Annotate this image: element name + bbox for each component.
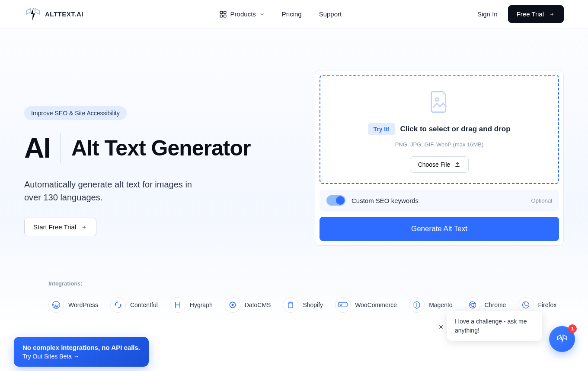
integration-label: Chrome	[485, 301, 506, 308]
datocms-icon	[228, 301, 237, 309]
close-icon	[438, 324, 444, 330]
chrome-icon	[468, 301, 477, 309]
promo-link: Try Out Sites Beta →	[22, 353, 140, 360]
integration-chrome[interactable]: Chrome	[465, 297, 506, 313]
integration-label: Shopify	[303, 301, 323, 308]
hygraph-icon	[173, 301, 182, 309]
contentful-icon	[114, 301, 122, 309]
arrow-right-icon	[80, 225, 87, 230]
chat-message: I love a challenge - ask me anything!	[447, 311, 542, 341]
svg-rect-10	[339, 302, 348, 307]
nav-support[interactable]: Support	[319, 10, 342, 18]
arrow-right-icon	[548, 12, 555, 17]
svg-rect-3	[224, 15, 226, 17]
title-divider	[61, 133, 61, 163]
header: ALTTEXT.AI Products Pricing Support Sign…	[0, 0, 588, 29]
chat-fab[interactable]: 1	[549, 326, 575, 352]
hero-ai: AI	[24, 132, 50, 164]
dropzone[interactable]: Try It! Click to select or drag and drop…	[320, 75, 559, 184]
svg-point-13	[523, 302, 529, 308]
nav-support-label: Support	[319, 10, 342, 18]
svg-rect-1	[224, 11, 226, 13]
integration-label: WordPress	[68, 301, 98, 308]
integration-label: DatoCMS	[245, 301, 271, 308]
upload-card: Try It! Click to select or drag and drop…	[315, 70, 564, 246]
integration-contentful[interactable]: Contentful	[110, 297, 158, 313]
shopify-icon	[286, 301, 295, 309]
logo-text: ALTTEXT.AI	[45, 10, 83, 18]
choose-file-label: Choose File	[418, 161, 451, 168]
integrations-row: WordPress Contentful Hygraph DatoCMS Sho…	[48, 297, 540, 313]
seo-label: Custom SEO keywords	[352, 197, 419, 204]
integration-label: WooCommerce	[355, 301, 397, 308]
image-file-icon	[430, 89, 449, 113]
chevron-down-icon	[259, 12, 265, 17]
integration-datocms[interactable]: DatoCMS	[225, 297, 271, 313]
integration-firefox[interactable]: Firefox	[518, 297, 556, 313]
hero-title-row: AI Alt Text Generator	[24, 132, 294, 164]
free-trial-button[interactable]: Free Trial	[508, 5, 564, 23]
start-free-trial-label: Start Free Trial	[33, 223, 76, 231]
integration-label: Magento	[429, 301, 452, 308]
integration-magento[interactable]: Magento	[409, 297, 452, 313]
woocommerce-icon	[338, 302, 348, 308]
chat-close-button[interactable]	[437, 323, 445, 331]
nav-pricing[interactable]: Pricing	[282, 10, 302, 18]
hero-title: Alt Text Generator	[71, 136, 251, 161]
chat-badge: 1	[568, 324, 577, 333]
free-trial-label: Free Trial	[517, 10, 544, 18]
promo-banner[interactable]: No complex integrations, no API calls. T…	[14, 337, 149, 367]
integration-label: Hygraph	[190, 301, 213, 308]
integration-label: Firefox	[538, 301, 556, 308]
hero: Improve SEO & Site Accessibility AI Alt …	[0, 29, 588, 331]
svg-point-11	[469, 302, 476, 308]
integration-woocommerce[interactable]: WooCommerce	[335, 297, 397, 313]
logo[interactable]: ALTTEXT.AI	[24, 6, 83, 23]
dropzone-hint: PNG, JPG, GIF, WebP (max 16MB)	[329, 141, 550, 148]
grid-icon	[219, 10, 227, 18]
svg-point-7	[120, 304, 121, 305]
generate-button[interactable]: Generate Alt Text	[320, 217, 559, 241]
dropzone-text: Click to select or drag and drop	[400, 125, 511, 133]
try-it-pill: Try It!	[368, 123, 395, 135]
integration-hygraph[interactable]: Hygraph	[170, 297, 213, 313]
svg-point-6	[115, 304, 116, 305]
nav-pricing-label: Pricing	[282, 10, 302, 18]
promo-title: No complex integrations, no API calls.	[22, 344, 140, 351]
svg-point-4	[435, 98, 438, 101]
hero-subtitle: Automatically generate alt text for imag…	[24, 178, 197, 204]
hero-left: Improve SEO & Site Accessibility AI Alt …	[24, 72, 294, 236]
wordpress-icon	[52, 301, 61, 309]
signin-link[interactable]: Sign In	[477, 10, 498, 18]
bolt-icon	[555, 332, 569, 346]
choose-file-button[interactable]: Choose File	[410, 156, 469, 173]
integration-wordpress[interactable]: WordPress	[48, 297, 98, 313]
header-actions: Sign In Free Trial	[477, 5, 564, 23]
upload-icon	[454, 162, 460, 168]
firefox-icon	[521, 301, 530, 309]
integrations: Integrations: WordPress Contentful Hygra…	[24, 246, 564, 313]
nav-products-label: Products	[230, 10, 256, 18]
svg-rect-0	[220, 11, 222, 13]
seo-toggle[interactable]	[326, 195, 345, 206]
magento-icon	[412, 301, 421, 309]
integrations-label: Integrations:	[48, 280, 540, 287]
start-free-trial-button[interactable]: Start Free Trial	[24, 218, 96, 236]
seo-row: Custom SEO keywords Optional	[320, 190, 559, 211]
logo-icon	[24, 6, 42, 23]
nav-products[interactable]: Products	[219, 10, 265, 18]
integration-shopify[interactable]: Shopify	[283, 297, 323, 313]
optional-label: Optional	[531, 197, 552, 204]
hero-badge: Improve SEO & Site Accessibility	[24, 106, 127, 120]
svg-point-9	[231, 304, 233, 306]
nav: Products Pricing Support	[219, 10, 342, 18]
integration-label: Contentful	[130, 301, 158, 308]
svg-rect-2	[220, 15, 222, 17]
